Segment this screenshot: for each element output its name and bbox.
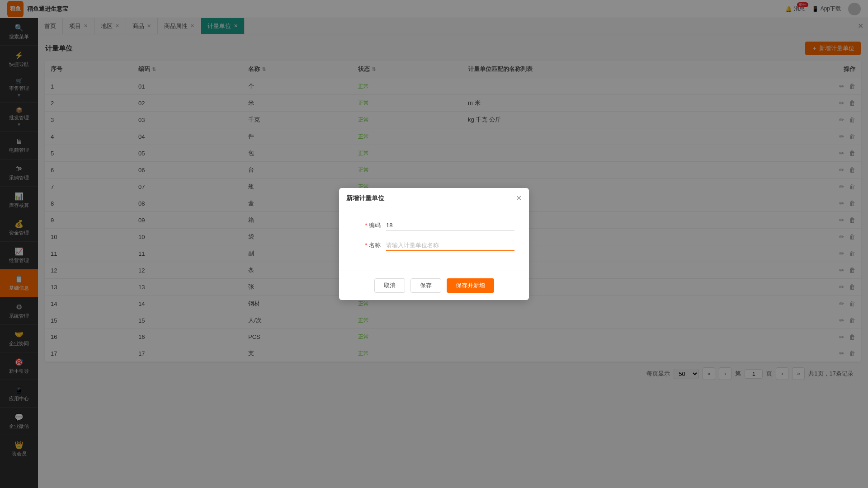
modal-dialog: 新增计量单位 ✕ 编码 名称 取消 保存 保存并新增 bbox=[339, 188, 529, 300]
code-label: 编码 bbox=[354, 221, 381, 230]
form-row-code: 编码 bbox=[354, 220, 514, 231]
modal-footer: 取消 保存 保存并新增 bbox=[339, 271, 529, 300]
name-label: 名称 bbox=[354, 241, 381, 249]
code-input[interactable] bbox=[386, 220, 514, 231]
modal-overlay: 新增计量单位 ✕ 编码 名称 取消 保存 保存并新增 bbox=[0, 0, 868, 488]
save-and-new-button[interactable]: 保存并新增 bbox=[447, 278, 494, 293]
save-button[interactable]: 保存 bbox=[410, 278, 441, 293]
modal-close-button[interactable]: ✕ bbox=[516, 195, 522, 202]
modal-header: 新增计量单位 ✕ bbox=[339, 188, 529, 209]
form-row-name: 名称 bbox=[354, 240, 514, 251]
modal-body: 编码 名称 bbox=[339, 209, 529, 271]
modal-title: 新增计量单位 bbox=[346, 194, 384, 202]
name-input[interactable] bbox=[386, 240, 514, 251]
cancel-button[interactable]: 取消 bbox=[374, 278, 405, 293]
